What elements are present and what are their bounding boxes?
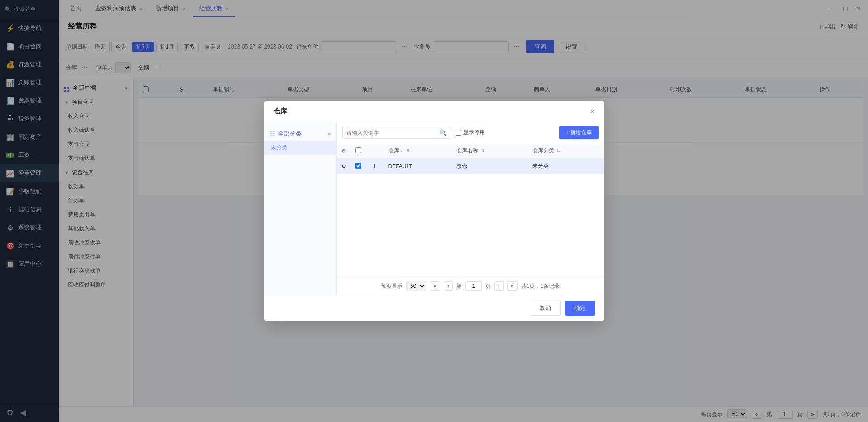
all-category-label: 全部分类 — [278, 130, 302, 138]
sort-icon-code: ⇅ — [406, 148, 410, 153]
modal-col-category-label: 仓库分类 — [532, 147, 554, 154]
modal-header: 仓库 × — [264, 101, 604, 122]
add-warehouse-button[interactable]: + 新增仓库 — [559, 126, 598, 139]
modal-col-num — [366, 143, 384, 159]
modal-pagination: 每页显示 50 « ‹ 第 页 › » 共1页，1条记录 — [337, 277, 604, 295]
show-disabled-checkbox[interactable] — [456, 130, 461, 136]
all-category-header[interactable]: ☰ 全部分类 « — [264, 127, 336, 141]
modal-col-category[interactable]: 仓库分类 ⇅ — [528, 143, 604, 159]
modal-table: ⚙ 仓库... ⇅ 仓库名称 ⇅ — [337, 143, 604, 277]
warehouse-table: ⚙ 仓库... ⇅ 仓库名称 ⇅ — [337, 143, 604, 174]
modal-col-name-label: 仓库名称 — [456, 147, 478, 154]
modal-select-all[interactable] — [355, 147, 361, 153]
modal-prev-page-btn[interactable]: ‹ — [444, 281, 453, 291]
modal-page-input[interactable] — [465, 281, 482, 291]
modal-per-page-label: 每页显示 — [381, 282, 403, 290]
cancel-button[interactable]: 取消 — [530, 301, 561, 316]
modal-col-code-label: 仓库... — [388, 147, 404, 154]
confirm-button[interactable]: 确定 — [565, 301, 595, 316]
modal-total-label: 共1页，1条记录 — [521, 282, 560, 290]
modal-col-checkbox — [351, 143, 366, 159]
modal-search-input[interactable] — [346, 130, 436, 136]
modal-last-page-btn[interactable]: » — [507, 281, 518, 291]
modal-page-label-pre: 第 — [456, 282, 462, 290]
uncategorized-item[interactable]: 未分类 — [264, 141, 336, 155]
uncategorized-label: 未分类 — [271, 144, 287, 150]
modal-page-label: 页 — [485, 282, 491, 290]
row-num: 1 — [366, 159, 384, 174]
category-icon: ☰ — [270, 131, 275, 137]
table-row[interactable]: ⚙ 1 DEFAULT 总仓 未分类 — [337, 159, 604, 174]
row-category: 未分类 — [528, 159, 604, 174]
row-checkbox-input[interactable] — [355, 163, 361, 169]
modal-col-name[interactable]: 仓库名称 ⇅ — [452, 143, 528, 159]
row-checkbox — [351, 159, 366, 174]
modal-per-page-select[interactable]: 50 — [406, 281, 426, 291]
modal-body: ☰ 全部分类 « 未分类 🔍 显示停用 — [264, 122, 604, 295]
modal-search-box[interactable]: 🔍 — [342, 127, 451, 139]
modal-next-page-btn[interactable]: › — [494, 281, 504, 291]
modal-left-panel: ☰ 全部分类 « 未分类 — [264, 122, 337, 295]
modal-col-code[interactable]: 仓库... ⇅ — [384, 143, 452, 159]
modal-close-button[interactable]: × — [590, 107, 595, 116]
row-code: DEFAULT — [384, 159, 452, 174]
modal-toolbar: 🔍 显示停用 + 新增仓库 — [337, 122, 604, 143]
modal-search-icon: 🔍 — [439, 129, 447, 136]
modal-overlay: 仓库 × ☰ 全部分类 « 未分类 — [0, 0, 868, 422]
modal-first-page-btn[interactable]: « — [430, 281, 440, 291]
left-collapse-btn[interactable]: « — [328, 131, 331, 137]
modal-col-gear: ⚙ — [337, 143, 351, 159]
modal-title: 仓库 — [273, 107, 287, 116]
sort-icon-name: ⇅ — [481, 148, 484, 153]
show-disabled-text: 显示停用 — [463, 129, 485, 136]
warehouse-modal: 仓库 × ☰ 全部分类 « 未分类 — [264, 101, 604, 321]
sort-icon-category: ⇅ — [556, 148, 560, 153]
row-gear: ⚙ — [337, 159, 351, 174]
show-disabled-label: 显示停用 — [456, 129, 485, 136]
modal-footer: 取消 确定 — [264, 295, 604, 321]
modal-right-panel: 🔍 显示停用 + 新增仓库 ⚙ — [337, 122, 604, 295]
row-name: 总仓 — [452, 159, 528, 174]
